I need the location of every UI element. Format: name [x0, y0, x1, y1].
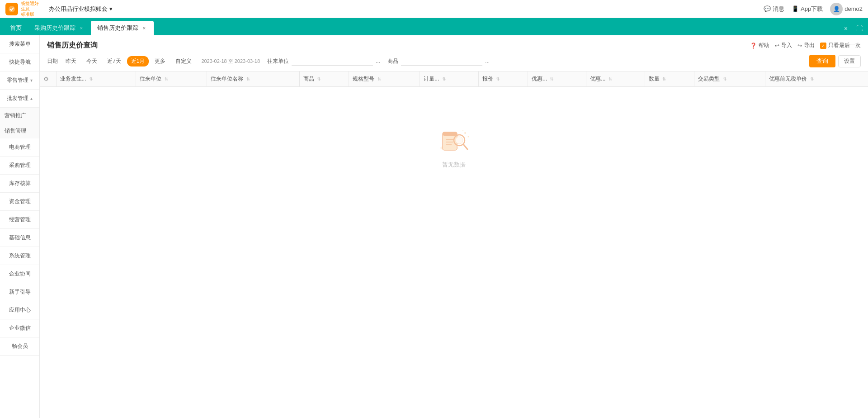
unit-filter-input[interactable] — [292, 57, 373, 66]
sidebar-item-basic-info[interactable]: 基础信息 — [0, 229, 39, 247]
filter-actions-right: 查询 设置 — [809, 55, 861, 67]
date-btn-custom[interactable]: 自定义 — [171, 56, 196, 66]
col-goods-label: 商品 — [303, 76, 314, 82]
content-area: 销售历史价查询 ❓ 帮助 ↩ 导入 ↪ 导出 ✓ — [40, 35, 868, 418]
only-last-label: 只看最后一次 — [828, 42, 861, 49]
export-label: 导出 — [804, 42, 815, 49]
purchase-label: 采购管理 — [9, 162, 31, 169]
col-unit-code[interactable]: 往来单位 ⇅ — [136, 71, 207, 87]
svg-point-0 — [9, 6, 15, 12]
goods-filter-input[interactable] — [401, 57, 482, 66]
import-action[interactable]: ↩ 导入 — [775, 42, 792, 49]
marketing-label: 营销推广 — [5, 112, 26, 119]
table-settings-icon[interactable]: ⚙ — [43, 76, 49, 82]
tab-purchase-history[interactable]: 采购历史价跟踪 × — [28, 21, 91, 35]
sidebar-item-newbie[interactable]: 新手引导 — [0, 283, 39, 301]
date-btn-today[interactable]: 今天 — [82, 56, 101, 66]
col-biz-date[interactable]: 业务发生... ⇅ — [56, 71, 136, 87]
date-buttons: 昨天 今天 近7天 近1月 更多 自定义 — [61, 56, 196, 66]
system-label: 系统管理 — [9, 252, 31, 260]
date-range-text: 2023-02-18 至 2023-03-18 — [201, 58, 260, 65]
sidebar-item-inventory[interactable]: 库存核算 — [0, 175, 39, 193]
col-unit-name[interactable]: 往来单位名称 ⇅ — [207, 71, 299, 87]
col-quote-label: 报价 — [482, 76, 493, 82]
sidebar-item-purchase[interactable]: 采购管理 — [0, 157, 39, 175]
settings-button[interactable]: 设置 — [838, 55, 861, 67]
user-action[interactable]: 👤 demo2 — [830, 3, 863, 15]
app-logo-icon — [5, 3, 18, 15]
export-action[interactable]: ↪ 导出 — [797, 42, 815, 49]
col-pre-tax-price[interactable]: 优惠前无税单价 ⇅ — [765, 71, 868, 87]
empty-text: 暂无数据 — [442, 161, 466, 169]
filter-row: 日期 昨天 今天 近7天 近1月 更多 自定义 2023-02-18 至 202… — [47, 55, 861, 67]
date-btn-1month[interactable]: 近1月 — [127, 56, 149, 66]
date-btn-yesterday[interactable]: 昨天 — [61, 56, 80, 66]
col-settings: ⚙ — [40, 71, 56, 87]
tab-sales-history-close[interactable]: × — [141, 25, 147, 31]
sidebar-item-enterprise-wechat[interactable]: 企业微信 — [0, 319, 39, 337]
sales-manage-label: 销售管理 — [5, 127, 26, 135]
col-discount2[interactable]: 优惠... ⇅ — [586, 71, 645, 87]
sidebar-item-finance[interactable]: 资金管理 — [0, 193, 39, 211]
sidebar-item-wholesale-manage[interactable]: 批发管理 ▴ — [0, 90, 39, 108]
col-spec-sort-icon: ⇅ — [377, 76, 381, 81]
workspace-selector[interactable]: 办公用品行业模拟账套 ▾ — [45, 3, 116, 15]
table-container: ⚙ 业务发生... ⇅ 往来单位 ⇅ 往来单位名称 ⇅ — [40, 71, 868, 418]
goods-filter-dots[interactable]: ... — [485, 58, 490, 64]
operation-label: 经营管理 — [9, 216, 31, 223]
svg-line-9 — [463, 144, 467, 149]
export-icon: ↪ — [797, 43, 802, 49]
col-quote[interactable]: 报价 ⇅ — [478, 71, 528, 87]
col-unit-name-label: 往来单位名称 — [211, 76, 243, 82]
retail-manage-label: 零售管理 — [7, 76, 28, 84]
date-btn-7days[interactable]: 近7天 — [103, 56, 125, 66]
tab-home[interactable]: 首页 — [4, 21, 28, 35]
sidebar-item-ecommerce[interactable]: 电商管理 — [0, 138, 39, 157]
tab-sales-history-label: 销售历史价跟踪 — [97, 24, 138, 32]
only-last-checkbox[interactable]: ✓ 只看最后一次 — [820, 42, 861, 49]
col-goods[interactable]: 商品 ⇅ — [299, 71, 349, 87]
tab-bar-right-actions: × ⛶ — [841, 24, 864, 35]
sidebar-item-system[interactable]: 系统管理 — [0, 247, 39, 265]
page-header: 销售历史价查询 ❓ 帮助 ↩ 导入 ↪ 导出 ✓ — [40, 35, 868, 71]
sidebar-item-enterprise-collab[interactable]: 企业协同 — [0, 265, 39, 283]
top-header: 畅捷通好生意 标准版 办公用品行业模拟账套 ▾ 💬 消息 📱 App下载 👤 d… — [0, 0, 868, 18]
header-left: 畅捷通好生意 标准版 办公用品行业模拟账套 ▾ — [5, 1, 116, 17]
col-spec[interactable]: 规格型号 ⇅ — [349, 71, 420, 87]
tab-purchase-history-close[interactable]: × — [78, 25, 85, 31]
help-action[interactable]: ❓ 帮助 — [750, 42, 769, 49]
col-pre-tax-price-label: 优惠前无税单价 — [769, 76, 807, 82]
col-pre-tax-price-sort-icon: ⇅ — [810, 76, 814, 81]
col-discount1[interactable]: 优惠... ⇅ — [528, 71, 586, 87]
sidebar-item-search-menu[interactable]: 搜索菜单 — [0, 35, 39, 53]
sidebar-item-member[interactable]: 畅会员 — [0, 337, 39, 356]
col-unit-measure-label: 计量... — [424, 76, 439, 82]
svg-point-11 — [468, 136, 469, 138]
close-all-tabs-btn[interactable]: × — [841, 24, 851, 33]
app-download-action[interactable]: 📱 App下载 — [792, 5, 823, 13]
unit-filter-dots[interactable]: ... — [376, 58, 380, 64]
col-quantity-label: 数量 — [649, 76, 660, 82]
checkbox-checked-icon: ✓ — [820, 43, 826, 49]
member-label: 畅会员 — [12, 342, 28, 350]
col-quote-sort-icon: ⇅ — [496, 76, 500, 81]
sidebar-item-quick-nav[interactable]: 快捷导航 — [0, 53, 39, 71]
fullscreen-btn[interactable]: ⛶ — [854, 24, 864, 33]
tab-sales-history[interactable]: 销售历史价跟踪 × — [91, 21, 154, 35]
date-btn-more[interactable]: 更多 — [151, 56, 170, 66]
sidebar-item-retail-manage[interactable]: 零售管理 ▾ — [0, 71, 39, 90]
query-button[interactable]: 查询 — [809, 55, 835, 67]
col-quantity[interactable]: 数量 ⇅ — [645, 71, 694, 87]
inventory-label: 库存核算 — [9, 180, 31, 187]
logo-area: 畅捷通好生意 标准版 — [5, 1, 42, 17]
newbie-label: 新手引导 — [9, 288, 31, 296]
sidebar-item-sales-manage[interactable]: 销售管理 — [0, 123, 39, 138]
date-filter-label: 日期 — [47, 57, 58, 65]
message-action[interactable]: 💬 消息 — [764, 5, 784, 13]
table-header: ⚙ 业务发生... ⇅ 往来单位 ⇅ 往来单位名称 ⇅ — [40, 71, 868, 87]
col-unit-measure[interactable]: 计量... ⇅ — [420, 71, 478, 87]
col-trade-type[interactable]: 交易类型 ⇅ — [694, 71, 765, 87]
sidebar-item-operation[interactable]: 经营管理 — [0, 211, 39, 229]
sidebar-item-marketing[interactable]: 营销推广 — [0, 108, 39, 123]
sidebar-item-app-center[interactable]: 应用中心 — [0, 301, 39, 319]
